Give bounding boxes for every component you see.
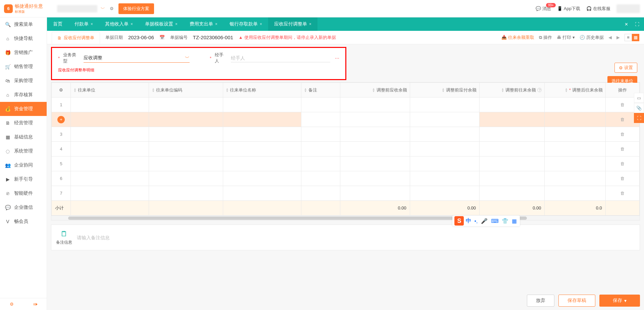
cell-pre-bal[interactable] [480,186,545,201]
calendar-icon[interactable]: 📅 [159,35,165,40]
gear-column-header[interactable]: ⚙ [52,83,71,98]
horizontal-scrollbar[interactable] [51,216,640,221]
cell-pre-recv[interactable] [340,98,410,112]
cell-pre-recv[interactable] [340,171,410,186]
try-industry-button[interactable]: 体验行业方案 [118,3,154,14]
delete-row-button[interactable]: 🗑 [605,157,639,171]
sidebar-item-vip[interactable]: V畅会员 [0,214,47,229]
settings-button[interactable]: ⚙ 设置 [614,63,637,73]
history-button[interactable]: 🕘 历史单据 [580,35,604,41]
remark-input[interactable] [77,235,635,240]
col-post-bal[interactable]: ▲▼*调整后往来余额 [545,83,605,98]
sidebar-item-gift[interactable]: 🎁营销推广 [0,46,47,60]
ime-mic-icon[interactable]: 🎤 [481,218,488,224]
close-icon[interactable]: × [215,22,217,26]
col-pre-pay[interactable]: ▲▼调整前应付余额 [410,83,479,98]
cell-remark[interactable] [301,186,340,201]
close-all-tabs-icon[interactable]: ✕ [623,20,630,29]
float-attachment-icon[interactable]: 📎 [634,103,644,113]
cell-unit-code[interactable] [149,142,223,157]
sidebar-item-doc[interactable]: 🗎经营管理 [0,116,47,130]
cell-unit-name[interactable] [223,186,301,201]
cell-pre-bal[interactable] [480,127,545,142]
cell-post-bal[interactable] [545,157,605,171]
ime-dot-icon[interactable]: •, [474,218,478,224]
sidebar-item-bag[interactable]: 🛍采购管理 [0,74,47,88]
tab-付款单[interactable]: 付款单× [68,17,99,31]
cell-unit-name[interactable] [223,171,301,186]
table-row[interactable]: +🗑 [52,112,640,127]
tab-单据模板设置[interactable]: 单据模板设置× [139,17,184,31]
cell-pre-pay[interactable] [410,186,479,201]
save-button[interactable]: 保存 ▾ [599,295,640,307]
cell-remark[interactable] [301,142,340,157]
cell-pre-recv[interactable] [340,127,410,142]
settings-gear-icon[interactable]: ⚙ [110,6,114,11]
ime-keyboard-icon[interactable]: ⌨ [491,218,499,224]
cell-post-bal[interactable] [545,171,605,186]
cell-unit[interactable] [71,142,149,157]
sidebar-item-home[interactable]: ⌂快捷导航 [0,32,47,46]
cell-pre-pay[interactable] [410,171,479,186]
cell-unit-code[interactable] [149,171,223,186]
ime-toolbar[interactable]: S 中 •, 🎤 ⌨ 👕 ▦ [452,215,520,226]
col-pre-recv[interactable]: ▲▼调整前应收余额 [340,83,410,98]
cell-unit[interactable] [71,171,149,186]
next-icon[interactable]: ▶ [616,35,620,40]
col-unit-name[interactable]: ▲▼往来单位名称 [223,83,301,98]
close-icon[interactable]: × [91,22,93,26]
cell-pre-pay[interactable] [410,112,479,127]
help-icon[interactable]: ? [537,88,542,92]
cell-post-bal[interactable] [545,98,605,112]
sidebar-item-money[interactable]: 💰资金管理 [0,102,47,116]
tab-银行存取款单[interactable]: 银行存取款单× [224,17,268,31]
sidebar-item-cart[interactable]: 🛒销售管理 [0,60,47,74]
cell-pre-recv[interactable] [340,157,410,171]
sidebar-item-box[interactable]: ⌂库存核算 [0,88,47,102]
ime-grid-icon[interactable]: ▦ [512,218,517,224]
handler-input[interactable] [231,54,330,62]
cell-remark[interactable] [301,157,340,171]
cell-pre-pay[interactable] [410,157,479,171]
cell-remark[interactable] [301,112,340,127]
cell-pre-recv[interactable] [340,142,410,157]
table-row[interactable]: 7🗑 [52,186,640,201]
cell-pre-recv[interactable] [340,186,410,201]
cell-post-bal[interactable] [545,127,605,142]
table-row[interactable]: 4🗑 [52,142,640,157]
sidebar-item-wechat[interactable]: 💬企业微信 [0,200,47,214]
table-row[interactable]: 3🗑 [52,127,640,142]
cell-unit-code[interactable] [149,127,223,142]
sidebar-item-search[interactable]: 🔍搜索菜单 [0,17,47,32]
table-row[interactable]: 6🗑 [52,171,640,186]
prev-icon[interactable]: ◀ [608,35,612,40]
col-remark[interactable]: ▲▼备注 [301,83,340,98]
cell-pre-pay[interactable] [410,142,479,157]
cell-remark[interactable] [301,171,340,186]
print-button[interactable]: 🖶 打印 ▾ [557,35,575,41]
table-row[interactable]: 5🗑 [52,157,640,171]
cell-pre-bal[interactable] [480,112,545,127]
col-unit[interactable]: ▲▼往来单位 [71,83,149,98]
cell-pre-pay[interactable] [410,98,479,112]
cell-post-bal[interactable] [545,142,605,157]
tab-应收应付调整单[interactable]: 应收应付调整单× [268,17,317,31]
float-expand-icon[interactable]: ⛶ [634,113,644,123]
cell-remark[interactable] [301,127,340,142]
table-row[interactable]: 1🗑 [52,98,640,112]
cell-pre-pay[interactable] [410,127,479,142]
cell-unit-name[interactable] [223,127,301,142]
messages-button[interactable]: 💬 消息 99+ [536,6,551,12]
sidebar-item-team[interactable]: 👥企业协同 [0,158,47,172]
close-icon[interactable]: × [131,22,133,26]
cell-unit[interactable] [71,157,149,171]
delete-row-button[interactable]: 🗑 [605,127,639,142]
ime-shirt-icon[interactable]: 👕 [502,218,508,224]
more-icon[interactable]: ⋯ [335,56,339,61]
cell-unit[interactable] [71,98,149,112]
tab-首页[interactable]: 首页 [47,17,68,31]
sidebar-sound-icon[interactable]: 🕪 [23,298,47,310]
close-icon[interactable]: × [260,22,262,26]
cell-unit[interactable] [71,127,149,142]
cell-unit-name[interactable] [223,98,301,112]
